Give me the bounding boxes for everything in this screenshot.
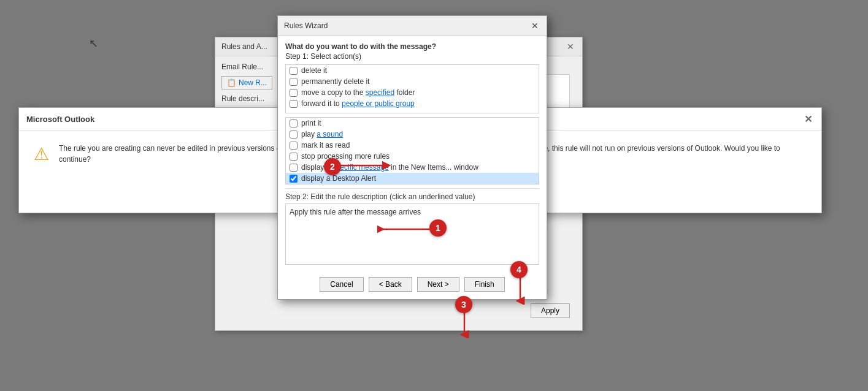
actions-bottom-list: print it play a sound mark it as read st… (285, 117, 539, 184)
cancel-button[interactable]: Cancel (320, 277, 363, 292)
action-display-specific-label: display a specific message in the New It… (301, 163, 478, 172)
action-desktop-alert-checkbox[interactable] (290, 175, 298, 183)
action-mark-read-checkbox[interactable] (290, 142, 298, 150)
action-forward-it-label: forward it to people or public group (301, 99, 415, 108)
outlook-dialog-title: Microsoft Outlook (26, 115, 94, 124)
outlook-close-button[interactable]: ✕ (802, 113, 814, 125)
divider (285, 188, 539, 189)
action-permanently-delete-checkbox[interactable] (290, 78, 298, 86)
actions-top-list: delete it permanently delete it move a c… (285, 64, 539, 113)
a-sound-link[interactable]: a sound (317, 130, 343, 139)
specified-link[interactable]: specified (366, 88, 394, 97)
wizard-question: What do you want to do with the message? (285, 42, 539, 51)
action-move-copy-label: move a copy to the specified folder (301, 88, 415, 97)
action-play-sound-label: play a sound (301, 130, 343, 139)
action-permanently-delete[interactable]: permanently delete it (286, 76, 539, 87)
rule-description-box: Apply this rule after the message arrive… (285, 203, 539, 265)
action-display-specific[interactable]: display a specific message in the New It… (286, 162, 539, 173)
wizard-step1-label: Step 1: Select action(s) (285, 52, 539, 61)
rules-wizard-dialog: Rules Wizard ✕ What do you want to do wi… (277, 15, 547, 300)
wizard-body: What do you want to do with the message?… (278, 36, 547, 271)
action-display-specific-checkbox[interactable] (290, 164, 298, 172)
rule-description-text: Apply this rule after the message arrive… (290, 208, 421, 216)
action-play-sound[interactable]: play a sound (286, 129, 539, 140)
next-button[interactable]: Next > (417, 277, 459, 292)
action-stop-processing-checkbox[interactable] (290, 153, 298, 161)
specific-message-link[interactable]: a specific message (326, 163, 389, 172)
back-button[interactable]: < Back (369, 277, 412, 292)
action-delete-it-label: delete it (301, 66, 327, 75)
apply-button[interactable]: Apply (531, 303, 570, 318)
action-stop-processing[interactable]: stop processing more rules (286, 151, 539, 162)
action-stop-processing-label: stop processing more rules (301, 152, 390, 161)
finish-button[interactable]: Finish (464, 277, 505, 292)
action-print-label: print it (301, 119, 321, 127)
action-delete-it[interactable]: delete it (286, 65, 539, 76)
action-move-copy[interactable]: move a copy to the specified folder (286, 87, 539, 98)
wizard-footer: Cancel < Back Next > Finish (278, 271, 547, 299)
action-permanently-delete-label: permanently delete it (301, 77, 369, 86)
action-mark-read[interactable]: mark it as read (286, 140, 539, 151)
action-mark-read-label: mark it as read (301, 141, 350, 150)
people-group-link[interactable]: people or public group (342, 99, 415, 108)
wizard-title: Rules Wizard (284, 21, 328, 30)
action-forward-it[interactable]: forward it to people or public group (286, 98, 539, 109)
new-rule-icon: 📋 (227, 78, 236, 87)
action-desktop-alert-label: display a Desktop Alert (301, 174, 376, 183)
rules-alerts-close-button[interactable]: ✕ (565, 41, 576, 52)
action-forward-it-checkbox[interactable] (290, 100, 298, 108)
new-rule-button[interactable]: 📋 New R... (221, 76, 272, 89)
action-desktop-alert[interactable]: display a Desktop Alert (286, 173, 539, 184)
action-delete-it-checkbox[interactable] (290, 67, 298, 75)
rules-alerts-title: Rules and A... (221, 42, 267, 51)
new-rule-label: New R... (239, 78, 267, 87)
action-play-sound-checkbox[interactable] (290, 131, 298, 139)
action-print-it[interactable]: print it (286, 118, 539, 129)
wizard-step2-label: Step 2: Edit the rule description (click… (285, 192, 539, 201)
outlook-warning-icon: ⚠ (34, 144, 49, 164)
wizard-titlebar: Rules Wizard ✕ (278, 16, 547, 36)
action-move-copy-checkbox[interactable] (290, 89, 298, 97)
wizard-close-button[interactable]: ✕ (529, 20, 540, 31)
action-print-checkbox[interactable] (290, 120, 298, 127)
